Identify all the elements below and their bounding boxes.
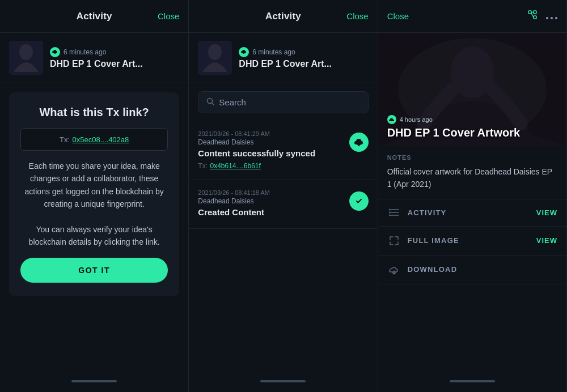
panel-2-header: Activity Close bbox=[189, 0, 377, 33]
download-icon bbox=[387, 265, 401, 275]
panel-2-item-title: DHD EP 1 Cover Art... bbox=[239, 59, 332, 69]
full-image-row[interactable]: FULL IMAGE VIEW bbox=[378, 227, 566, 255]
panel-1-title: Activity bbox=[77, 11, 112, 22]
home-indicator bbox=[71, 380, 117, 382]
svg-point-11 bbox=[551, 17, 553, 19]
activity-org-2: Deadhead Daisies bbox=[198, 197, 270, 205]
svg-point-20 bbox=[389, 209, 391, 211]
home-indicator-2 bbox=[260, 380, 306, 382]
panel-2-meta-top: 6 minutes ago bbox=[239, 47, 332, 57]
activity-tx-value-1[interactable]: 0x4b614....6b61f bbox=[210, 162, 260, 170]
activity-action-1: Content successfully synced bbox=[198, 148, 315, 158]
svg-point-10 bbox=[546, 17, 548, 19]
expand-icon bbox=[387, 236, 401, 246]
svg-point-22 bbox=[389, 215, 391, 216]
cover-meta: 4 hours ago DHD EP 1 Cover Artwork bbox=[378, 108, 566, 146]
panel-1-header: Activity Close bbox=[0, 0, 188, 33]
home-indicator-3 bbox=[450, 380, 495, 382]
panel-1-meta-top: 6 minutes ago bbox=[50, 47, 143, 57]
tx-box: Tx: 0x5ec08....402a8 bbox=[20, 128, 168, 151]
tx-value[interactable]: 0x5ec08....402a8 bbox=[73, 135, 129, 144]
panel-1-item-header: 6 minutes ago DHD EP 1 Cover Art... bbox=[0, 33, 188, 83]
activity-tx-label-1: Tx: bbox=[198, 162, 208, 170]
activity-row[interactable]: ACTIVITY VIEW bbox=[378, 199, 566, 227]
got-it-button[interactable]: GOT IT bbox=[20, 258, 168, 283]
activity-badge-check bbox=[349, 191, 369, 211]
download-row[interactable]: DOWNLOAD bbox=[378, 255, 566, 284]
full-image-label: FULL IMAGE bbox=[408, 236, 459, 245]
activity-date-1: 2021/03/26 - 08:41:29 AM bbox=[198, 130, 315, 137]
notes-text: Official cover artwork for Deadhead Dais… bbox=[387, 165, 557, 191]
panel-1-activity-tooltip: Activity Close 6 minutes ago bbox=[0, 0, 189, 392]
activity-label: ACTIVITY bbox=[408, 208, 447, 217]
panel-2-title: Activity bbox=[265, 11, 301, 22]
panel-1-item-title: DHD EP 1 Cover Art... bbox=[50, 59, 143, 69]
download-row-left: DOWNLOAD bbox=[387, 265, 458, 275]
svg-point-3 bbox=[208, 44, 222, 60]
search-placeholder: Search bbox=[219, 97, 246, 107]
activity-date-2: 2021/03/26 - 08:41:18 AM bbox=[198, 189, 270, 196]
activity-item-2-left: 2021/03/26 - 08:41:18 AM Deadhead Daisie… bbox=[198, 189, 270, 219]
panel-2-item-header: 6 minutes ago DHD EP 1 Cover Art... bbox=[189, 33, 377, 83]
panel-3-close-button[interactable]: Close bbox=[387, 11, 409, 21]
panel-1-item-meta: 6 minutes ago DHD EP 1 Cover Art... bbox=[50, 47, 143, 69]
panel-3-bottom-bar bbox=[378, 375, 566, 392]
more-button[interactable] bbox=[546, 10, 557, 22]
cloud-sync-icon-2 bbox=[239, 47, 249, 57]
activity-view-button[interactable]: VIEW bbox=[536, 208, 557, 217]
full-image-row-left: FULL IMAGE bbox=[387, 236, 459, 246]
panel-2-time-ago: 6 minutes ago bbox=[252, 48, 295, 56]
search-bar[interactable]: Search bbox=[198, 91, 368, 113]
panel-1-thumbnail bbox=[9, 41, 43, 75]
svg-point-1 bbox=[19, 44, 33, 60]
cover-cloud-icon bbox=[387, 115, 396, 124]
activity-item-1: 2021/03/26 - 08:41:29 AM Deadhead Daisie… bbox=[189, 121, 377, 180]
tx-tooltip: What is this Tx link? Tx: 0x5ec08....402… bbox=[9, 92, 179, 296]
panel-1-bottom-bar bbox=[0, 375, 188, 392]
list-icon bbox=[387, 208, 401, 216]
activity-action-2: Created Content bbox=[198, 207, 270, 217]
panel-1-content: What is this Tx link? Tx: 0x5ec08....402… bbox=[0, 83, 188, 375]
download-label: DOWNLOAD bbox=[408, 265, 458, 274]
panel-2-bottom-bar bbox=[189, 375, 377, 392]
activity-item-2: 2021/03/26 - 08:41:18 AM Deadhead Daisie… bbox=[189, 180, 377, 229]
activity-item-1-left: 2021/03/26 - 08:41:29 AM Deadhead Daisie… bbox=[198, 130, 315, 171]
cover-title: DHD EP 1 Cover Artwork bbox=[387, 126, 557, 139]
svg-point-12 bbox=[555, 17, 557, 19]
activity-tx-1: Tx: 0x4b614....6b61f bbox=[198, 160, 315, 171]
tooltip-body: Each time you share your idea, make chan… bbox=[20, 160, 168, 249]
svg-point-21 bbox=[389, 212, 391, 214]
panel-1-close-button[interactable]: Close bbox=[158, 11, 179, 21]
panel-3-right-icons bbox=[527, 9, 557, 23]
search-icon bbox=[206, 97, 214, 107]
activity-list: 2021/03/26 - 08:41:29 AM Deadhead Daisie… bbox=[189, 121, 377, 375]
panel-2-activity-list: Activity Close 6 minutes ago bbox=[189, 0, 378, 392]
activity-org-1: Deadhead Daisies bbox=[198, 138, 315, 146]
svg-line-5 bbox=[212, 103, 214, 105]
panel-2-close-button[interactable]: Close bbox=[346, 11, 368, 21]
panel-2-item-meta: 6 minutes ago DHD EP 1 Cover Art... bbox=[239, 47, 332, 69]
activity-row-left: ACTIVITY bbox=[387, 208, 447, 217]
cover-image: 4 hours ago DHD EP 1 Cover Artwork bbox=[378, 33, 566, 146]
panel-1-time-ago: 6 minutes ago bbox=[64, 48, 106, 56]
cover-time: 4 hours ago bbox=[387, 115, 557, 124]
full-image-view-button[interactable]: VIEW bbox=[536, 236, 557, 245]
panel-3-detail: Close bbox=[378, 0, 567, 392]
notes-section: NOTES Official cover artwork for Deadhea… bbox=[378, 146, 566, 199]
tooltip-title: What is this Tx link? bbox=[39, 106, 149, 119]
notes-label: NOTES bbox=[387, 154, 557, 161]
panel-3-content: NOTES Official cover artwork for Deadhea… bbox=[378, 146, 566, 375]
activity-badge-cloud bbox=[349, 133, 369, 152]
share-button[interactable] bbox=[527, 9, 538, 23]
cloud-sync-icon bbox=[50, 47, 60, 57]
cover-time-text: 4 hours ago bbox=[400, 116, 433, 123]
panel-3-header: Close bbox=[378, 0, 566, 33]
panel-2-thumbnail bbox=[198, 41, 232, 75]
tx-label: Tx: bbox=[60, 135, 70, 144]
